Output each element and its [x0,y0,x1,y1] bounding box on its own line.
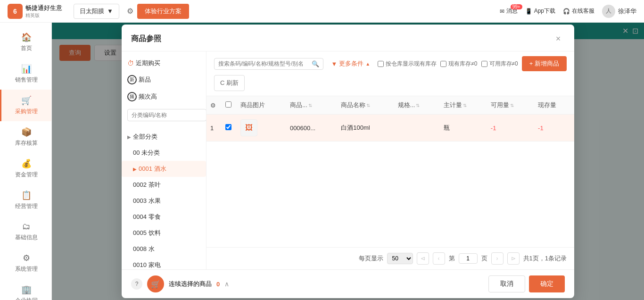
th-code-label: 商品... [290,101,307,109]
modal-close-button[interactable]: × [552,32,565,45]
collab-icon: 🏢 [21,284,32,295]
finance-icon: 💰 [21,158,32,169]
sidebar-item-home[interactable]: 🏠 首页 [0,26,51,58]
online-service-icon-wrap[interactable]: 🎧 在线客服 [563,7,594,15]
sidebar-item-collab[interactable]: 🏢 企业协同 [0,279,51,300]
search-magnifier-icon[interactable]: 🔍 [312,60,319,67]
stock-nonzero-label: 现有库存≠0 [448,60,477,68]
app-download-icon-wrap[interactable]: 📱 App下载 [525,7,555,15]
sidebar-item-label-home: 首页 [21,44,32,52]
last-page-button[interactable]: ⊳ [507,252,520,265]
new-product-item[interactable]: 新 新品 [122,71,206,88]
logo-text: 畅捷通好生意 [25,4,62,12]
next-page-button[interactable]: › [491,252,504,265]
all-category-item[interactable]: ▶ 全部分类 [122,129,206,145]
first-page-button[interactable]: ⊲ [417,252,429,265]
modal-body: ⏱ 近期购买 新 新品 频 频次高 [122,51,574,269]
row-checkbox[interactable] [225,124,231,130]
business-icon: 📋 [21,190,32,200]
user-menu[interactable]: 人 徐泽华 [602,5,636,18]
appliance-category-item[interactable]: 0010 家电 [122,257,206,269]
all-category-label: 全部分类 [133,133,157,141]
warehouse-checkbox[interactable] [378,61,384,67]
high-freq-item[interactable]: 频 频次高 [122,88,206,105]
collapse-icon[interactable]: ∧ [224,280,229,288]
sidebar-item-system[interactable]: ⚙ 系统管理 [0,247,51,279]
pagination: 每页显示 50 100 200 ⊲ ‹ 第 页 › [206,247,574,269]
stock-nonzero-checkbox-wrap: 现有库存≠0 [440,60,477,68]
th-img: 商品图片 [237,96,286,115]
avail-nonzero-checkbox[interactable] [481,61,487,67]
beverage-category-item[interactable]: 0005 饮料 [122,225,206,241]
topbar-right: ✉ 消息 99+ 📱 App下载 🎧 在线客服 人 徐泽华 [500,5,636,18]
sidebar-item-business[interactable]: 📋 经营管理 [0,184,51,216]
modal: 商品参照 × ⏱ 近期购买 新 新品 [122,25,574,298]
logo: 6 畅捷通好生意 精英版 [8,4,62,19]
current-page-input[interactable] [459,253,478,264]
prev-page-button[interactable]: ‹ [433,252,445,265]
page-size-select[interactable]: 50 100 200 [387,253,413,264]
message-icon-wrap[interactable]: ✉ 消息 99+ [500,7,518,15]
sidebar-item-label-inventory: 库存核算 [15,139,38,147]
gear-col-icon[interactable]: ⚙ [210,102,216,109]
system-icon: ⚙ [23,253,30,263]
store-selector[interactable]: 日太阳膜 ▼ [74,4,119,19]
fruit-category-item[interactable]: 0003 水果 [122,193,206,209]
th-settings: ⚙ [206,96,222,115]
sidebar-item-inventory[interactable]: 📦 库存核算 [0,121,51,153]
sort-name-icon[interactable]: ⇅ [366,103,370,108]
fire-icon: 频 [127,92,137,101]
uncategorized-item[interactable]: 00 未分类 [122,145,206,161]
cart-icon-button[interactable]: 🛒 [147,275,164,292]
filter-label: 更多条件 [339,59,363,68]
sort-unit-icon[interactable]: ⇅ [463,103,467,108]
row-checkbox-cell [222,115,237,142]
category-search: 🔍 [122,105,206,125]
tea-category-item[interactable]: 0002 茶叶 [122,177,206,193]
sidebar-item-base[interactable]: 🗂 基础信息 [0,216,51,247]
table-head: ⚙ 商品图片 商品... ⇅ [206,96,574,115]
sidebar-item-purchase[interactable]: 🛒 采购管理 [0,90,51,121]
arrow-right-icon: ▶ [127,134,131,140]
sort-spec-icon[interactable]: ⇅ [416,103,420,108]
sidebar-item-finance[interactable]: 💰 资金管理 [0,153,51,184]
purchase-icon: 🛒 [21,95,32,106]
product-code: 000600... [290,125,315,132]
inventory-icon: 📦 [21,127,32,137]
exp-industry-button[interactable]: 体验行业方案 [137,4,189,19]
table-row[interactable]: 1 🖼 000600... [206,115,574,142]
category-search-input[interactable] [127,109,206,121]
sidebar-item-sales[interactable]: 📊 销售管理 [0,58,51,90]
water-category-item[interactable]: 0008 水 [122,241,206,257]
product-unit: 瓶 [444,124,450,131]
cancel-button[interactable]: 取消 [488,275,525,292]
wine-category-item[interactable]: ▶ 0001 酒水 [122,161,206,177]
recent-purchase-item[interactable]: ⏱ 近期购买 [122,55,206,71]
add-product-button[interactable]: + 新增商品 [522,56,567,71]
stock-nonzero-checkbox[interactable] [440,61,446,67]
snack-category-item[interactable]: 0004 零食 [122,209,206,225]
product-search-input[interactable] [218,60,310,67]
th-unit: 主计量 ⇅ [440,96,487,115]
snack-category-label: 0004 零食 [133,213,161,221]
warehouse-checkbox-label: 按仓库显示现有库存 [386,60,437,68]
filter-button[interactable]: ▼ 更多条件 ▲ [327,58,374,70]
sidebar-item-label-system: 系统管理 [15,265,38,273]
product-table-wrap: ⚙ 商品图片 商品... ⇅ [206,96,574,247]
refresh-product-button[interactable]: C 刷新 [214,75,245,91]
filter-chevron-icon: ▲ [365,61,370,67]
recent-purchase-label: 近期购买 [136,59,160,67]
confirm-button[interactable]: 确定 [529,275,565,292]
footer-left: ? 🛒 连续选择的商品 0 ∧ [131,275,229,292]
th-code: 商品... ⇅ [286,96,337,115]
sort-available-icon[interactable]: ⇅ [510,103,514,108]
row-unit-cell: 瓶 [440,115,487,142]
sort-code-icon[interactable]: ⇅ [308,103,312,108]
row-code-cell: 000600... [286,115,337,142]
message-icon: ✉ [500,8,504,15]
row-img-cell: 🖼 [237,115,286,142]
settings-gear-icon[interactable]: ⚙ [123,4,137,18]
help-icon[interactable]: ? [131,278,142,290]
topbar: 6 畅捷通好生意 精英版 日太阳膜 ▼ ⚙ 体验行业方案 ✉ 消息 99+ 📱 … [0,0,644,23]
select-all-checkbox[interactable] [225,101,231,108]
